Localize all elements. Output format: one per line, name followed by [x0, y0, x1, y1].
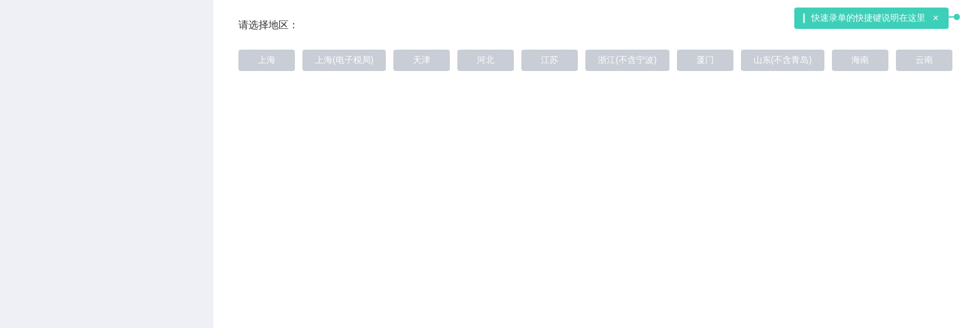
tooltip-bar	[803, 13, 805, 23]
tooltip-text: 快速录单的快捷键说明在这里	[811, 13, 925, 24]
region-button-shanghai[interactable]: 上海	[238, 50, 295, 71]
region-button-yunnan[interactable]: 云南	[896, 50, 952, 71]
region-button-jiangsu[interactable]: 江苏	[521, 50, 578, 71]
region-button-hainan[interactable]: 海南	[832, 50, 888, 71]
region-buttons: 上海上海(电子税局)天津河北江苏浙江(不含宁波)厦门山东(不含青岛)海南云南	[238, 50, 955, 71]
tooltip-close-button[interactable]: ×	[932, 13, 940, 23]
tooltip-connector-dot	[954, 14, 960, 20]
region-button-zhejiang[interactable]: 浙江(不含宁波)	[585, 50, 669, 71]
tooltip-connector-line	[947, 16, 954, 18]
region-button-tianjin[interactable]: 天津	[393, 50, 450, 71]
region-button-hebei[interactable]: 河北	[457, 50, 514, 71]
region-button-shanghai-etax[interactable]: 上海(电子税局)	[302, 50, 386, 71]
region-button-xiamen[interactable]: 厦门	[677, 50, 733, 71]
left-sidebar	[0, 0, 213, 328]
region-button-shandong[interactable]: 山东(不含青岛)	[741, 50, 824, 71]
main-content: 请选择地区： 上海上海(电子税局)天津河北江苏浙江(不含宁波)厦门山东(不含青岛…	[213, 0, 980, 328]
tooltip-banner: 快速录单的快捷键说明在这里 ×	[794, 8, 949, 29]
